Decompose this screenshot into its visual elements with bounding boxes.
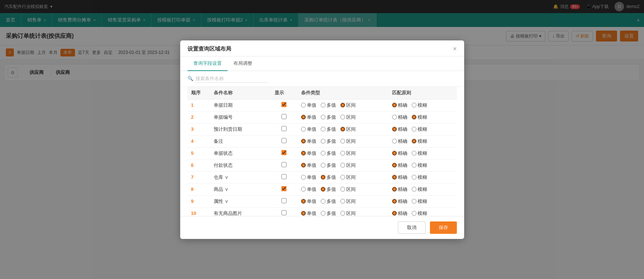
row-match-option-模糊[interactable]: 模糊: [412, 114, 427, 121]
row-display-checkbox[interactable]: [281, 150, 287, 155]
table-row: 1单据日期单值多值区间精确模糊: [187, 99, 457, 111]
row-match-option-精确[interactable]: 精确: [392, 174, 407, 181]
row-type-option-多值[interactable]: 多值: [321, 210, 336, 216]
row-type-option-单值[interactable]: 单值: [301, 210, 316, 216]
tab-layout[interactable]: 布局调整: [228, 56, 258, 71]
row-display-checkbox[interactable]: [281, 210, 287, 215]
search-icon: 🔍: [187, 76, 193, 81]
row-display-checkbox[interactable]: [281, 174, 287, 179]
col-header-name: 条件名称: [210, 87, 271, 99]
row-type-option-多值[interactable]: 多值: [321, 174, 336, 181]
row-match-option-模糊[interactable]: 模糊: [412, 210, 427, 216]
search-input[interactable]: [195, 75, 268, 83]
row-type-option-多值[interactable]: 多值: [321, 102, 336, 109]
row-match-option-模糊[interactable]: 模糊: [412, 174, 427, 181]
row-type-option-区间[interactable]: 区间: [340, 102, 356, 109]
row-match-option-模糊[interactable]: 模糊: [412, 186, 427, 193]
modal-footer: 取消 保存: [180, 216, 464, 239]
row-match-option-模糊[interactable]: 模糊: [412, 102, 427, 109]
row-type-option-区间[interactable]: 区间: [340, 138, 356, 145]
tab-query-fields-label: 查询字段设置: [193, 60, 222, 66]
cancel-button[interactable]: 取消: [398, 221, 426, 234]
row-type-group: 单值多值区间: [301, 114, 385, 121]
settings-modal: 设置查询区域布局 × 查询字段设置 布局调整 🔍 顺序: [180, 40, 464, 239]
row-type-option-多值[interactable]: 多值: [321, 186, 336, 193]
row-type-option-多值[interactable]: 多值: [321, 150, 336, 157]
row-order-num: 6: [191, 162, 194, 168]
row-match-option-精确[interactable]: 精确: [392, 210, 407, 216]
table-row: 7仓库 ∨单值多值区间精确模糊: [187, 171, 457, 183]
row-type-option-单值[interactable]: 单值: [301, 186, 316, 193]
row-type-option-区间[interactable]: 区间: [340, 174, 356, 181]
row-type-option-单值[interactable]: 单值: [301, 198, 316, 205]
table-row: 10有无商品图片单值多值区间精确模糊: [187, 207, 457, 216]
row-match-group: 精确模糊: [392, 198, 453, 205]
row-type-option-单值[interactable]: 单值: [301, 174, 316, 181]
row-match-option-精确[interactable]: 精确: [392, 162, 407, 169]
row-match-option-精确[interactable]: 精确: [392, 114, 407, 121]
row-type-group: 单值多值区间: [301, 126, 385, 133]
modal-tabs: 查询字段设置 布局调整: [180, 56, 464, 71]
row-type-option-单值[interactable]: 单值: [301, 150, 316, 157]
row-type-option-区间[interactable]: 区间: [340, 150, 356, 157]
row-match-option-精确[interactable]: 精确: [392, 126, 407, 133]
row-order-num: 7: [191, 174, 194, 180]
row-type-option-多值[interactable]: 多值: [321, 126, 336, 133]
row-type-option-单值[interactable]: 单值: [301, 102, 316, 109]
modal-close-button[interactable]: ×: [453, 46, 457, 52]
table-row: 6付款状态单值多值区间精确模糊: [187, 159, 457, 171]
row-condition-name: 有无商品图片: [214, 211, 242, 216]
save-label: 保存: [439, 225, 448, 230]
row-condition-name: 单据状态: [214, 150, 233, 156]
row-type-option-区间[interactable]: 区间: [340, 162, 356, 169]
row-type-option-单值[interactable]: 单值: [301, 114, 316, 121]
row-display-checkbox[interactable]: [281, 138, 287, 143]
row-type-option-区间[interactable]: 区间: [340, 198, 356, 205]
row-condition-name: 单据日期: [214, 102, 233, 108]
row-order-num: 10: [191, 211, 196, 216]
row-match-option-模糊[interactable]: 模糊: [412, 162, 427, 169]
row-type-option-多值[interactable]: 多值: [321, 162, 336, 169]
modal-overlay: 设置查询区域布局 × 查询字段设置 布局调整 🔍 顺序: [0, 0, 644, 279]
row-order-num: 1: [191, 102, 194, 108]
row-type-option-区间[interactable]: 区间: [340, 210, 356, 216]
row-match-option-模糊[interactable]: 模糊: [412, 138, 427, 145]
row-match-option-模糊[interactable]: 模糊: [412, 198, 427, 205]
modal-title: 设置查询区域布局: [187, 46, 231, 52]
row-match-option-精确[interactable]: 精确: [392, 198, 407, 205]
row-type-group: 单值多值区间: [301, 102, 385, 109]
row-type-option-区间[interactable]: 区间: [340, 114, 356, 121]
row-display-checkbox[interactable]: [281, 186, 287, 191]
modal-table-header-wrap: 顺序 条件名称 显示 条件类型 匹配原则: [180, 87, 464, 99]
col-header-type: 条件类型: [297, 87, 388, 99]
row-type-option-区间[interactable]: 区间: [340, 126, 356, 133]
row-match-option-精确[interactable]: 精确: [392, 138, 407, 145]
row-match-option-精确[interactable]: 精确: [392, 102, 407, 109]
row-type-option-区间[interactable]: 区间: [340, 186, 356, 193]
row-match-group: 精确模糊: [392, 102, 453, 109]
row-type-option-单值[interactable]: 单值: [301, 126, 316, 133]
row-type-option-单值[interactable]: 单值: [301, 162, 316, 169]
row-display-checkbox[interactable]: [281, 198, 287, 203]
row-condition-name: 商品 ∨: [214, 186, 229, 192]
row-display-checkbox[interactable]: [281, 102, 287, 107]
row-match-option-模糊[interactable]: 模糊: [412, 150, 427, 157]
save-button[interactable]: 保存: [430, 221, 457, 234]
row-type-option-多值[interactable]: 多值: [321, 114, 336, 121]
row-display-checkbox[interactable]: [281, 162, 287, 167]
row-order-num: 9: [191, 199, 194, 204]
row-display-checkbox[interactable]: [281, 114, 287, 119]
row-match-option-精确[interactable]: 精确: [392, 150, 407, 157]
row-condition-name: 仓库 ∨: [214, 174, 229, 180]
row-display-checkbox[interactable]: [281, 126, 287, 131]
col-header-display: 显示: [271, 87, 297, 99]
row-match-option-精确[interactable]: 精确: [392, 186, 407, 193]
row-type-option-多值[interactable]: 多值: [321, 138, 336, 145]
tab-query-fields[interactable]: 查询字段设置: [187, 56, 228, 71]
row-type-option-单值[interactable]: 单值: [301, 138, 316, 145]
row-order-num: 5: [191, 150, 194, 156]
tab-layout-label: 布局调整: [233, 60, 252, 66]
row-match-option-模糊[interactable]: 模糊: [412, 126, 427, 133]
row-type-option-多值[interactable]: 多值: [321, 198, 336, 205]
cancel-label: 取消: [407, 225, 416, 230]
